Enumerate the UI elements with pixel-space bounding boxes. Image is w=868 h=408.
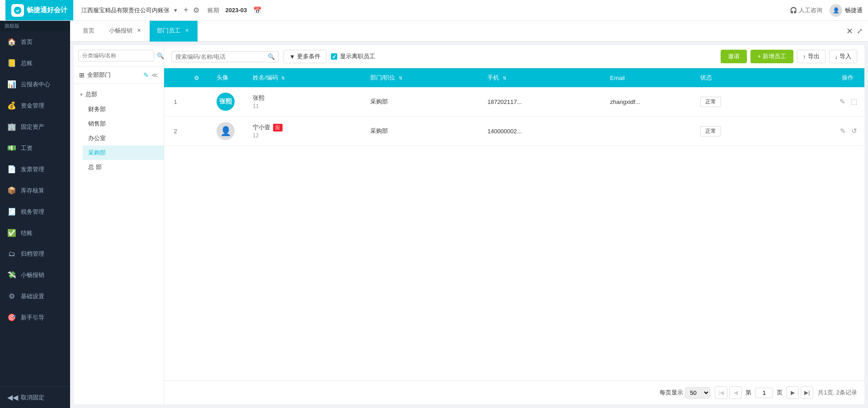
row2-email — [603, 117, 693, 146]
row2-status: 正常 — [693, 117, 783, 146]
total-info: 共1页, 2条记录 — [818, 389, 857, 397]
row2-actions: ✎ ↺ — [783, 117, 864, 146]
tab-department-close[interactable]: ✕ — [183, 27, 190, 34]
dept-group-root: ▼ 总部 财务部 销售部 办公室 采购部 总 部 — [74, 87, 164, 174]
sidebar-item-archive[interactable]: 🗂 归档管理 — [0, 244, 70, 264]
calendar-icon[interactable]: 📅 — [253, 6, 262, 14]
import-btn[interactable]: ↓ 导入 — [829, 50, 858, 63]
sidebar-item-guide[interactable]: 🎯 新手引导 — [0, 307, 70, 328]
funds-icon: 💰 — [7, 101, 16, 110]
sidebar-item-guide-label: 新手引导 — [21, 314, 44, 322]
row2-tag-badge: 应 — [273, 124, 283, 131]
invite-btn[interactable]: 邀请 — [721, 50, 747, 63]
row2-avatar: 👤 — [209, 117, 245, 146]
logo-text: 畅捷通好会计 — [27, 6, 67, 14]
sidebar-item-reports[interactable]: 📊 云报表中心 — [0, 74, 70, 95]
sidebar-item-settings[interactable]: ⚙ 基础设置 — [0, 286, 70, 307]
sidebar-item-ledger[interactable]: 📒 总账 — [0, 52, 70, 74]
sidebar-item-expense[interactable]: 💸 小畅报销 — [0, 264, 70, 286]
tab-expense[interactable]: 小畅报销 ✕ — [102, 21, 150, 42]
last-page-btn[interactable]: ▶| — [801, 386, 813, 399]
col-settings[interactable]: ⚙ — [187, 68, 209, 87]
col-action: 操作 — [783, 68, 864, 87]
page-unit: 页 — [777, 389, 783, 397]
row1-status-badge: 正常 — [700, 97, 721, 107]
employee-search-input[interactable] — [175, 53, 266, 60]
export-btn[interactable]: ↑ 导出 — [797, 50, 826, 63]
tab-close-all-btn[interactable]: ✕ — [846, 26, 853, 36]
col-mobile[interactable]: 手机 ⇅ — [480, 68, 603, 87]
page-size-dropdown[interactable]: 50 10 20 100 — [685, 387, 710, 399]
tab-department-label: 部门员工 — [157, 27, 180, 35]
tab-expense-close[interactable]: ✕ — [135, 27, 142, 34]
prev-page-btn[interactable]: ◀ — [729, 386, 742, 399]
employee-table-body: 1 张熙 张熙 11 — [164, 87, 864, 146]
table-row: 1 张熙 张熙 11 — [164, 87, 864, 117]
settings-icon[interactable]: ⚙ — [193, 6, 199, 14]
svg-point-0 — [14, 6, 22, 14]
dept-sidebar: 🔍 ⊞ 全部部门 ✎ ≪ ▼ 总部 — [74, 45, 164, 404]
sidebar-item-salary[interactable]: 💵 工资 — [0, 137, 70, 159]
toolbar-right: 邀请 + 新增员工 ↑ 导出 ↓ 导入 — [721, 50, 857, 63]
table-header: ⚙ 头像 姓名/编码 ⇅ 部门/职位 ⇅ — [164, 68, 864, 87]
next-page-btn[interactable]: ▶ — [786, 386, 799, 399]
employee-table: ⚙ 头像 姓名/编码 ⇅ 部门/职位 ⇅ — [164, 68, 864, 146]
dept-child-office[interactable]: 办公室 — [83, 131, 164, 145]
col-name[interactable]: 姓名/编码 ⇅ — [245, 68, 363, 87]
dept-child-general[interactable]: 总 部 — [83, 160, 164, 174]
dept-child-finance[interactable]: 财务部 — [83, 102, 164, 117]
unpin-icon: ◀◀ — [7, 393, 16, 402]
user-area[interactable]: 👤 畅捷通 — [830, 4, 863, 17]
dept-collapse-btn[interactable]: ≪ — [151, 71, 158, 79]
sidebar-item-assets[interactable]: 🏢 固定资产 — [0, 116, 70, 137]
col-avatar: 头像 — [209, 68, 245, 87]
import-icon: ↓ — [835, 53, 838, 60]
row2-edit-btn[interactable]: ✎ — [840, 127, 846, 135]
sidebar-item-funds[interactable]: 💰 资金管理 — [0, 95, 70, 116]
tab-department[interactable]: 部门员工 ✕ — [150, 21, 198, 42]
unpin-btn[interactable]: ◀◀ 取消固定 — [0, 387, 70, 408]
show-resigned-checkbox[interactable]: 显示离职员工 — [331, 52, 375, 61]
row2-index: 2 — [164, 117, 187, 146]
sidebar-item-home[interactable]: 🏠 首页 — [0, 31, 70, 52]
tab-expand-btn[interactable]: ⤢ — [857, 27, 863, 35]
row1-logout-btn[interactable]: ⬚ — [851, 98, 857, 106]
sidebar-item-inventory[interactable]: 📦 库存核算 — [0, 180, 70, 201]
row1-avatar-circle: 张熙 — [217, 93, 235, 111]
dept-child-purchase[interactable]: 采购部 — [83, 145, 164, 160]
col-dept[interactable]: 部门/职位 ⇅ — [363, 68, 481, 87]
filter-btn[interactable]: ▼ 更多条件 — [283, 50, 326, 63]
page-content: 🔍 ⊞ 全部部门 ✎ ≪ ▼ 总部 — [74, 45, 864, 404]
page-input[interactable] — [755, 388, 773, 398]
sidebar-item-invoice[interactable]: 📄 发票管理 — [0, 159, 70, 180]
sidebar-item-close[interactable]: ✅ 结账 — [0, 222, 70, 244]
add-company-btn[interactable]: + — [184, 5, 189, 15]
main-layout: 旗舰版 🏠 首页 📒 总账 📊 云报表中心 💰 资金管理 🏢 固定资产 💵 工资… — [0, 21, 868, 408]
company-dropdown-icon[interactable]: ▾ — [174, 7, 177, 14]
dept-child-sales[interactable]: 销售部 — [83, 117, 164, 131]
dept-header: ⊞ 全部部门 ✎ ≪ — [74, 66, 164, 84]
dept-root-label[interactable]: ▼ 总部 — [74, 87, 164, 102]
row1-edit-btn[interactable]: ✎ — [840, 98, 845, 106]
dept-edit-btn[interactable]: ✎ — [143, 71, 149, 79]
company-name: 江西服宝精品有限责任公司内账张 — [81, 6, 170, 14]
sidebar-item-settings-label: 基础设置 — [21, 292, 44, 300]
employee-search-icon[interactable]: 🔍 — [268, 53, 275, 60]
add-employee-btn[interactable]: + 新增员工 — [750, 50, 793, 63]
row2-refresh-btn[interactable]: ↺ — [851, 127, 857, 135]
sidebar-item-inventory-label: 库存核算 — [21, 187, 44, 195]
tab-home[interactable]: 首页 — [75, 21, 102, 42]
dept-search-icon[interactable]: 🔍 — [157, 52, 164, 59]
employee-toolbar: 🔍 ▼ 更多条件 显示离职员工 邀请 + 新增员工 — [164, 45, 864, 68]
user-avatar: 👤 — [830, 4, 842, 17]
headset-icon: 🎧 — [790, 7, 797, 14]
dept-all-btn[interactable]: ⊞ 全部部门 — [79, 71, 111, 79]
service-btn[interactable]: 🎧 人工咨询 — [790, 6, 822, 14]
row1-settings — [187, 87, 209, 117]
sidebar-item-expense-label: 小畅报销 — [21, 271, 44, 279]
sidebar-item-tax-label: 税务管理 — [21, 208, 44, 216]
sidebar-item-tax[interactable]: 🧾 税务管理 — [0, 201, 70, 222]
archive-icon: 🗂 — [7, 250, 16, 258]
dept-search-input[interactable] — [78, 50, 154, 61]
first-page-btn[interactable]: |◀ — [715, 386, 727, 399]
